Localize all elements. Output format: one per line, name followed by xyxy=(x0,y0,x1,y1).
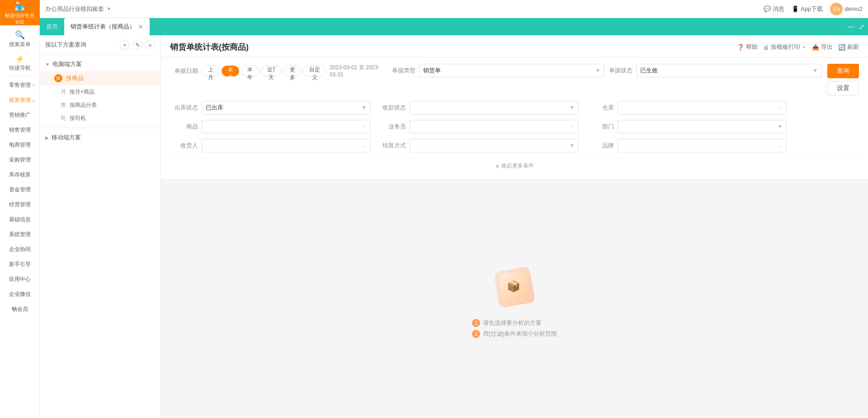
doc-type-input[interactable]: 销货单 ▼ xyxy=(419,64,605,77)
collapse-filters-button[interactable]: ∧ 收起更多条件 xyxy=(170,158,859,173)
search-menu[interactable]: 🔍 搜索菜单 xyxy=(0,25,39,51)
sidebar-item-purchase[interactable]: 采购管理 xyxy=(0,152,39,167)
help-button[interactable]: ❓ 帮助 xyxy=(737,43,758,51)
out-status-input[interactable]: 已出库 ▼ xyxy=(202,101,371,114)
member-label: 畅会员 xyxy=(12,305,28,313)
sidebar-item-basic[interactable]: 基础信息 xyxy=(0,212,39,227)
date-btn-more[interactable]: 更多 xyxy=(283,66,302,76)
settlement-field: 结算方式 ▼ xyxy=(378,139,579,152)
sidebar-item-guide[interactable]: 新手引导 xyxy=(0,257,39,272)
wholesale-arrow: ▲ xyxy=(32,98,36,103)
sidebar-item-member[interactable]: 畅会员 xyxy=(0,302,39,317)
download-icon: 📱 xyxy=(792,5,799,12)
sidebar-item-wechat[interactable]: 企业微信 xyxy=(0,287,39,302)
scheme-item-by-product[interactable]: 按 按商品 xyxy=(40,71,160,86)
empty-box-face: 📦 xyxy=(500,273,527,300)
settlement-label: 结算方式 xyxy=(378,142,410,150)
out-status-value: 已出库 xyxy=(206,104,223,112)
left-panel-header: 按以下方案查询 + ✎ « xyxy=(40,35,160,55)
date-btn-7days[interactable]: 近7天 xyxy=(261,66,282,76)
product-input[interactable]: ··· xyxy=(202,120,371,133)
scheme-sub-item-month-product[interactable]: 月 按月+商品 xyxy=(40,86,160,99)
sidebar-item-corp[interactable]: 企业协同 xyxy=(0,242,39,257)
nav-icon: ⚡ xyxy=(15,55,24,63)
print-dropdown-icon: ▼ xyxy=(802,45,807,50)
apps-label: 应用中心 xyxy=(9,276,31,283)
messages-button[interactable]: 💬 消息 xyxy=(764,5,784,13)
tab-home-label: 首页 xyxy=(46,23,58,31)
dept-input[interactable]: ▼ xyxy=(618,120,787,133)
consignee-field: 收货人 ··· xyxy=(170,139,371,152)
workspace-selector[interactable]: 办公用品行业模拟账套 ▼ xyxy=(45,5,111,13)
date-btn-custom[interactable]: 自定义 xyxy=(303,66,326,76)
doc-type-label: 单据类型 xyxy=(387,66,419,75)
tabbar: 首页 销货单统计表（按商品） ✕ — ⤢ xyxy=(40,18,868,35)
user-menu[interactable]: Ea demo2 xyxy=(830,3,863,15)
help-icon: ❓ xyxy=(737,44,744,51)
topbar-right: 💬 消息 📱 App下载 Ea demo2 xyxy=(764,3,863,15)
query-button[interactable]: 查询 xyxy=(827,64,859,78)
dept-field: 部门 ▼ xyxy=(586,120,787,133)
quick-nav[interactable]: ⚡ 快捷导航 xyxy=(0,51,39,74)
retail-arrow: ▼ xyxy=(32,83,36,88)
tab-home[interactable]: 首页 xyxy=(40,18,64,35)
refresh-button[interactable]: 🔄 刷新 xyxy=(838,43,859,51)
tab-close-icon[interactable]: ✕ xyxy=(138,23,143,30)
tab-maximize-icon[interactable]: ⤢ xyxy=(859,23,864,31)
print-button[interactable]: 🖨 按模板打印 ▼ xyxy=(763,43,807,51)
dept-label: 部门 xyxy=(586,123,618,131)
scheme-item-icon: 按 xyxy=(54,74,62,82)
finance-label: 资金管理 xyxy=(9,186,31,194)
sidebar-item-sales[interactable]: 销售管理 xyxy=(0,123,39,138)
add-scheme-button[interactable]: + xyxy=(120,40,130,50)
sidebar-item-marketing[interactable]: 营销推广 xyxy=(0,108,39,123)
sidebar-item-ecommerce[interactable]: 电商管理 xyxy=(0,138,39,152)
wechat-label: 企业微信 xyxy=(9,290,31,298)
pc-group-arrow: ▼ xyxy=(45,62,50,67)
export-button[interactable]: 📤 导出 xyxy=(812,43,833,51)
filter-row-3: 商品 ··· 业务员 ··· xyxy=(170,120,859,133)
sidebar-item-operation[interactable]: 经营管理 xyxy=(0,197,39,212)
sub-item-category-icon: 类 xyxy=(60,102,67,109)
date-btn-last-month[interactable]: 上月 xyxy=(202,66,220,76)
brand-label: 品牌 xyxy=(586,142,618,150)
out-status-label: 出库状态 xyxy=(170,104,202,112)
app-logo[interactable]: 🏪 畅捷信好生意 标版 xyxy=(0,0,40,25)
topbar: 办公用品行业模拟账套 ▼ 💬 消息 📱 App下载 Ea demo2 xyxy=(40,0,868,18)
doc-status-input[interactable]: 已生效 ▼ xyxy=(636,64,822,77)
out-status-field: 出库状态 已出库 ▼ xyxy=(170,101,371,114)
sub-item-month-icon: 月 xyxy=(60,89,67,96)
product-dots-icon: ··· xyxy=(362,124,367,130)
salesperson-input[interactable]: ··· xyxy=(410,120,579,133)
tab-minimize-icon[interactable]: — xyxy=(848,23,855,31)
consignee-input[interactable]: ··· xyxy=(202,139,371,152)
pc-scheme-group-header[interactable]: ▼ 电脑端方案 xyxy=(40,57,160,71)
sidebar-divider xyxy=(8,76,31,76)
edit-scheme-button[interactable]: ✎ xyxy=(132,40,142,50)
mobile-scheme-group: ▶ 移动端方案 xyxy=(40,128,160,147)
mobile-group-header[interactable]: ▶ 移动端方案 xyxy=(40,131,160,144)
date-btn-this-month[interactable]: 本月 xyxy=(222,66,240,76)
pc-scheme-group: ▼ 电脑端方案 按 按商品 月 按月+商品 类 按商品分类 司 按司机 xyxy=(40,55,160,128)
payment-status-input[interactable]: ▼ xyxy=(410,101,579,114)
sidebar-item-retail[interactable]: 零售管理 ▼ xyxy=(0,78,39,93)
settings-button[interactable]: 设置 xyxy=(827,81,859,95)
edit-icon: ✎ xyxy=(135,42,140,48)
collapse-panel-button[interactable]: « xyxy=(145,40,155,50)
sidebar-item-inventory[interactable]: 库存核算 xyxy=(0,167,39,182)
scheme-sub-item-category[interactable]: 类 按商品分类 xyxy=(40,99,160,112)
sidebar-item-wholesale[interactable]: 批发管理 ▲ xyxy=(0,93,39,108)
brand-input[interactable]: ··· xyxy=(618,139,787,152)
date-btn-this-year[interactable]: 本年 xyxy=(241,66,259,76)
inventory-label: 库存核算 xyxy=(9,171,31,179)
settlement-input[interactable]: ▼ xyxy=(410,139,579,152)
sidebar-item-apps[interactable]: 应用中心 xyxy=(0,272,39,287)
scheme-item-label: 按商品 xyxy=(66,74,84,82)
app-download-button[interactable]: 📱 App下载 xyxy=(792,5,823,13)
left-panel: 按以下方案查询 + ✎ « ▼ 电脑端方案 xyxy=(40,35,161,418)
tab-report[interactable]: 销货单统计表（按商品） ✕ xyxy=(64,18,150,35)
warehouse-input[interactable]: ··· xyxy=(618,101,787,114)
sidebar-item-system[interactable]: 系统管理 xyxy=(0,227,39,242)
sidebar-item-finance[interactable]: 资金管理 xyxy=(0,182,39,197)
scheme-sub-item-driver[interactable]: 司 按司机 xyxy=(40,112,160,125)
